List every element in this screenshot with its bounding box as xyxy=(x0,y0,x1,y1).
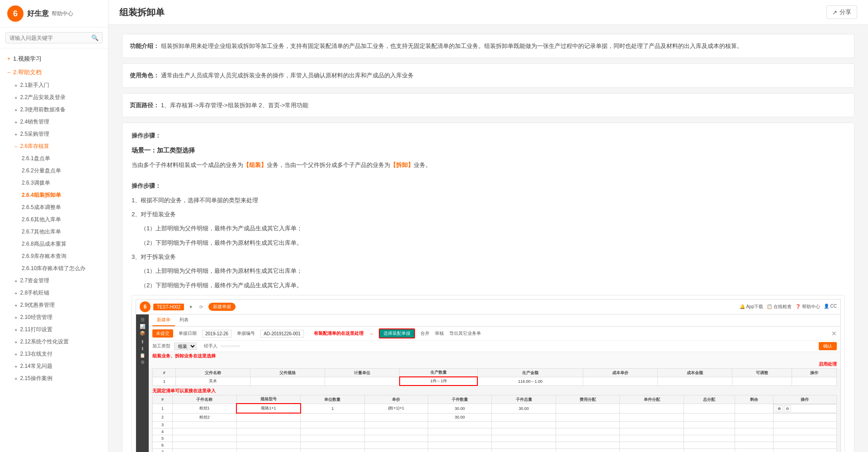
ss-company: TEST-H002 xyxy=(153,304,184,310)
ss-lower-table-wrapper: # 子件名称 规格型号 单位数量 单价 子件数量 子件总量 费用分配 xyxy=(149,395,840,452)
table-row: 3 xyxy=(153,421,837,428)
table-row: 7 xyxy=(153,448,837,452)
logo-subtitle: 帮助中心 xyxy=(52,10,73,18)
logo-text-group: 好生意 帮助中心 xyxy=(27,9,73,19)
sidebar-item-newbie[interactable]: + 2.1新手入门 xyxy=(0,79,108,91)
ss-lower-col-spec: 规格型号 xyxy=(236,395,301,404)
nav-label: 2.帮助文档 xyxy=(13,68,42,76)
ss-col-parent-spec: 父件规格 xyxy=(250,369,325,377)
ss-status-badge: 未提交 xyxy=(152,329,173,338)
search-input[interactable] xyxy=(9,35,91,41)
ss-col-prod-amount: 生产金额 xyxy=(477,369,583,377)
share-button[interactable]: ↗ 分享 xyxy=(826,5,857,19)
ss-col-prod-qty: 生产数量 xyxy=(400,369,477,377)
ss-col-ops: 操作 xyxy=(792,369,836,377)
sidebar-item-2-6-10[interactable]: 2.6.10库存账本错了怎么办 xyxy=(0,262,108,275)
sidebar-item-2-6-7[interactable]: 2.6.7其他出库单 xyxy=(0,226,108,238)
ss-logo: 6 xyxy=(140,301,151,312)
table-row: 1 关木 1件←1件 116.00←1.00 xyxy=(153,377,837,385)
search-area: 🔍 xyxy=(0,28,108,48)
ss-new-doc-btn[interactable]: 新建单据 xyxy=(208,303,236,311)
ss-col-parent-name: 父件名称 xyxy=(176,369,250,377)
sidebar-item-2-6-2[interactable]: 2.6.2分量盘点单 xyxy=(0,165,108,177)
ss-bizno-label: 单据编号 xyxy=(237,330,255,337)
sidebar-item-2-10[interactable]: + 2.10经营管理 xyxy=(0,311,108,324)
ss-date-value: 2019-12-26 xyxy=(202,330,231,338)
scenario1-title: 场景一：加工类型选择 xyxy=(132,147,195,154)
logo-area: 6 好生意 帮助中心 xyxy=(0,0,108,28)
sidebar-item-2-6-9[interactable]: 2.6.9库存账本查询 xyxy=(0,250,108,262)
table-row: 1 粉丝1 规格1+1 1 (粉+1)+1 30.00 30.00 xyxy=(153,404,837,413)
page-title: 组装拆卸单 xyxy=(119,6,165,19)
ss-type-select[interactable]: 组装 拆卸 xyxy=(174,343,197,350)
sidebar-item-docs[interactable]: − 2.帮助文档 xyxy=(0,66,108,79)
table-row: 4 xyxy=(153,428,837,435)
sidebar-item-2-15[interactable]: + 2.15操作案例 xyxy=(0,372,108,385)
logo-icon: 6 xyxy=(7,5,24,22)
sidebar-item-2-6-1[interactable]: 2.6.1盘点单 xyxy=(0,152,108,165)
screenshot-wrapper: 6 TEST-H002 ▼ ⟳ 新建单据 🔔 App下载 📋 在线检查 ❓ 帮助… xyxy=(132,295,845,452)
ss-lower-col-action: 操作 xyxy=(773,395,836,404)
sidebar-item-2-7[interactable]: + 2.7资金管理 xyxy=(0,275,108,287)
sidebar-item-2-13[interactable]: + 2.13在线支付 xyxy=(0,348,108,360)
ss-col-adjustable: 可调整 xyxy=(732,369,792,377)
ss-process-btn[interactable]: 选择装配单据 xyxy=(380,329,414,338)
sidebar-item-2-6-6[interactable]: 2.6.6其他入库单 xyxy=(0,214,108,226)
nav-area: + 1.视频学习 − 2.帮助文档 + 2.1新手入门 + 2.2产品安装及登录… xyxy=(0,48,108,452)
sidebar-item-2-6-8[interactable]: 2.6.8商品成本重算 xyxy=(0,238,108,250)
sidebar-item-2-8[interactable]: + 2.8手机旺铺 xyxy=(0,287,108,299)
ss-process-btn-wrapper: 选择装配单据 xyxy=(379,328,415,338)
annotation-label-1: 有装配清单的在这里处理 xyxy=(314,330,363,337)
sidebar-item-2-6-5[interactable]: 2.6.5成本调整单 xyxy=(0,201,108,214)
sidebar-item-2-6-3[interactable]: 2.6.3调拨单 xyxy=(0,177,108,189)
role-text: 通常由生产人员或库管人员完成拆装业务的操作，库管人员确认原材料的出库和产成品的入… xyxy=(161,72,414,79)
ss-content: 新建单 列表 未提交 单据日期 2019-12-26 xyxy=(149,314,840,452)
ss-tab-list[interactable]: 列表 xyxy=(175,314,193,326)
intro-text: 组装拆卸单用来处理企业组装或拆卸等加工业务，支持有固定装配清单的产品加工业务，也… xyxy=(161,43,743,49)
ss-export-label: 导出其它业务单 xyxy=(449,330,481,337)
logo-brand: 好生意 xyxy=(27,9,49,19)
search-box[interactable]: 🔍 xyxy=(5,32,103,43)
sidebar-item-2-12[interactable]: + 2.12系统个性化设置 xyxy=(0,336,108,348)
ss-left-sidebar: ☰ 📊 📦 ⬆ ⬇ 📋 ⚙ xyxy=(136,314,149,452)
role-block: 使用角色： 通常由生产人员或库管人员完成拆装业务的操作，库管人员确认原材料的出库… xyxy=(122,63,854,87)
role-label: 使用角色： xyxy=(130,72,159,79)
ss-confirm-btn[interactable]: 确认 xyxy=(819,342,837,350)
sidebar-item-inventory[interactable]: − 2.6库存核算 xyxy=(0,140,108,152)
ss-close-icon[interactable]: ✕ xyxy=(831,330,837,337)
sidebar-item-2-11[interactable]: + 2.11打印设置 xyxy=(0,324,108,336)
main-area: 组装拆卸单 ↗ 分享 功能介绍： 组装拆卸单用来处理企业组装或拆卸等加工业务，支… xyxy=(108,0,868,452)
nav-prefix: − xyxy=(7,69,10,76)
sidebar-item-video[interactable]: + 1.视频学习 xyxy=(0,52,108,66)
step3-1: （1）上部明细为父件明细，最终作为原材料生成其它出库单； xyxy=(132,266,845,276)
ss-bizno-value: AD-20191226-001 xyxy=(260,330,304,338)
annotation-label-4: 无固定清单可以直接在这里录入 xyxy=(152,388,216,393)
ss-upper-table-wrapper: # 父件名称 父件规格 计量单位 生产数量 生产金额 成本单价 成本金额 xyxy=(149,368,840,388)
ss-lower-col-total-alloc: 总分配 xyxy=(684,395,735,404)
ss-lower-col-remain: 剩余 xyxy=(735,395,774,404)
sidebar-item-data-prep[interactable]: + 2.3使用前数据准备 xyxy=(0,104,108,116)
step2-2: （2）下部明细为子件明细，最终作为原材料生成其它出库单。 xyxy=(132,238,845,248)
ss-tab-new[interactable]: 新建单 xyxy=(152,314,175,326)
ss-top-icons: 🔔 App下载 📋 在线检查 ❓ 帮助中心 👤 CC xyxy=(740,304,837,310)
ss-staff-field[interactable] xyxy=(221,345,240,347)
sidebar-item-purchase[interactable]: + 2.5采购管理 xyxy=(0,128,108,140)
path-text: 1、库存核算->库存管理->组装拆卸单 2、首页->常用功能 xyxy=(161,102,309,109)
sidebar-item-2-6-4[interactable]: 2.6.4组装拆卸单 xyxy=(0,189,108,201)
intro-label: 功能介绍： xyxy=(130,43,159,49)
ss-col-no: # xyxy=(153,369,176,377)
sidebar-item-2-9[interactable]: + 2.9优惠券管理 xyxy=(0,299,108,311)
ss-sync-icon: ⟳ xyxy=(199,305,203,309)
ops-sub-title: 操作步骤： xyxy=(132,181,845,191)
annotation-label-3: 启用处理 xyxy=(819,362,837,366)
ss-staff-label: 经手人 xyxy=(204,343,217,349)
search-icon[interactable]: 🔍 xyxy=(91,34,99,41)
ss-lower-col-price: 单价 xyxy=(364,395,428,404)
sidebar-item-2-14[interactable]: + 2.14常见问题 xyxy=(0,360,108,372)
ss-date-label: 单据日期 xyxy=(179,330,197,337)
ss-lower-col-child-qty: 子件数量 xyxy=(428,395,492,404)
sidebar-item-sales[interactable]: + 2.4销售管理 xyxy=(0,116,108,128)
annotation-label-2: 组装业务、拆卸业务在这里选择 xyxy=(152,353,216,358)
sidebar-item-install[interactable]: + 2.2产品安装及登录 xyxy=(0,91,108,104)
ss-header-info: 未提交 单据日期 2019-12-26 单据编号 AD-20191226-001… xyxy=(149,327,840,341)
